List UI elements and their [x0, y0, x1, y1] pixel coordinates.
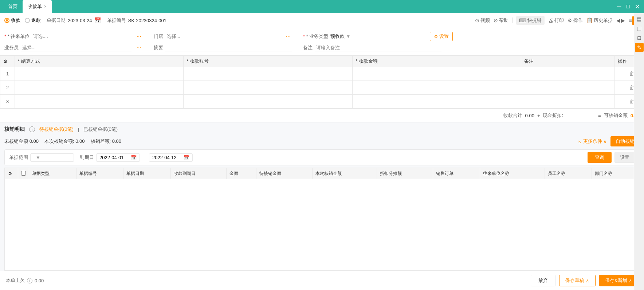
- rp-table-icon[interactable]: ▤: [635, 15, 644, 23]
- shop-more-btn[interactable]: ···: [284, 33, 292, 40]
- radio-refund[interactable]: 退款: [25, 17, 41, 24]
- draft-btn[interactable]: 保存草稿 ∧: [559, 275, 596, 286]
- row-amount-1[interactable]: [352, 67, 521, 81]
- window-close-icon[interactable]: ✕: [633, 3, 641, 11]
- row-delete-1[interactable]: 🗑: [629, 71, 634, 77]
- due-end-date[interactable]: 2022-04-12 📅: [149, 153, 193, 162]
- next-arrow[interactable]: ▶: [621, 17, 625, 23]
- abandon-btn[interactable]: 放弃: [531, 275, 555, 286]
- row-account-1[interactable]: [184, 67, 352, 81]
- writeoff-form: 单据范围 ▼ 到期日 2022-04-01 📅 — 2022-04-12 📅: [4, 149, 640, 165]
- window-maximize-icon[interactable]: □: [625, 3, 631, 11]
- unchecked-value: 0.00: [30, 138, 39, 144]
- row-account-3[interactable]: [184, 95, 352, 109]
- window-minimize-icon[interactable]: ─: [616, 3, 623, 11]
- wo-select-all[interactable]: [21, 171, 26, 176]
- row-amount-3[interactable]: [352, 95, 521, 109]
- due-label: 到期日: [80, 154, 94, 161]
- row-delete-3[interactable]: 🗑: [629, 98, 634, 105]
- pending-tab[interactable]: 待核销单据(0笔): [39, 126, 74, 133]
- radio-receipt[interactable]: 收款: [4, 17, 20, 24]
- row-num-1: 1: [0, 67, 15, 81]
- staff-input[interactable]: [21, 44, 131, 51]
- summary-input[interactable]: [165, 44, 292, 51]
- row-account-2[interactable]: [184, 81, 352, 95]
- table-area: ⚙ * 结算方式 * 收款账号 * 收款金额 备注 操作 1: [0, 55, 644, 109]
- draft-chevron-icon: ∧: [586, 278, 589, 283]
- tab-close-icon[interactable]: ×: [44, 4, 47, 9]
- rp-edit-icon[interactable]: ✎: [635, 43, 644, 52]
- staff-field: 业务员 ···: [4, 44, 143, 51]
- due-start-input[interactable]: 2022-04-01: [99, 155, 129, 160]
- writeoff-stats: 未核销金额 0.00 本次核销金额: 0.00 核销差额: 0.00 ⊾ 更多条…: [0, 135, 644, 149]
- diff-stat: 核销差额: 0.00: [91, 138, 122, 145]
- biz-type-select[interactable]: 预收款 ▼: [330, 33, 350, 40]
- row-remark-3[interactable]: [521, 95, 615, 109]
- receipt-refund-radio: 收款 退款: [4, 17, 41, 24]
- due-end-input[interactable]: 2022-04-12: [152, 155, 181, 160]
- remark-input[interactable]: [315, 44, 441, 51]
- writeoff-table-area: ⚙ 单据类型 单据编号 单据日期 收款到期日 金额 待核销金额 本次核销金额 折…: [4, 168, 640, 271]
- summary-row: 收款合计 0.00 + 现金折扣: = 可核销金额 0.00: [0, 109, 644, 122]
- shortcut-btn[interactable]: ⌨ 快捷键: [516, 16, 545, 25]
- order-info-icon[interactable]: i: [27, 278, 32, 283]
- docno-label: 单据编号: [107, 17, 126, 24]
- staff-more-btn[interactable]: ···: [135, 44, 143, 51]
- wo-no-th: 单据编号: [76, 168, 123, 179]
- tab-active[interactable]: 收款单 ×: [23, 0, 52, 13]
- due-start-date[interactable]: 2022-04-01 📅: [96, 153, 140, 162]
- operate-btn[interactable]: ⚙ 操作: [568, 17, 583, 24]
- tab-home[interactable]: 首页: [3, 0, 23, 13]
- rp-attach-icon[interactable]: ⊟: [635, 34, 644, 42]
- row-settle-2[interactable]: [15, 81, 184, 95]
- row-remark-2[interactable]: [521, 81, 615, 95]
- date-calendar-icon[interactable]: 📅: [94, 17, 101, 24]
- wo-gear-icon: ⚙: [8, 171, 12, 176]
- row-amount-2[interactable]: [352, 81, 521, 95]
- more-conditions-btn[interactable]: ⊾ 更多条件 ∧: [578, 138, 607, 145]
- wo-partner-th: 往来单位名称: [480, 168, 545, 179]
- writeoff-info-icon[interactable]: i: [29, 126, 35, 132]
- summary-label: 摘要: [154, 44, 163, 51]
- history-btn[interactable]: 📋 历史单据: [586, 17, 613, 24]
- biz-type-chevron: ▼: [346, 34, 350, 39]
- wo-gear-th[interactable]: ⚙: [5, 168, 18, 179]
- video-btn[interactable]: ⊙ 视频: [475, 17, 490, 24]
- counterpart-input[interactable]: [32, 33, 131, 40]
- discount-input[interactable]: [566, 112, 595, 119]
- query-btn[interactable]: 查询: [588, 152, 612, 163]
- row-settle-3[interactable]: [15, 95, 184, 109]
- save-new-chevron-icon: ∧: [629, 278, 632, 283]
- remark-field: 备注: [303, 44, 441, 51]
- prev-arrow[interactable]: ◀: [616, 17, 620, 23]
- help-btn[interactable]: ⊙ 帮助: [494, 17, 508, 24]
- wo-checkbox-th[interactable]: [18, 168, 29, 179]
- row-num-2: 2: [0, 81, 15, 95]
- done-tab[interactable]: 已核销单据(0笔): [83, 126, 118, 133]
- range-select[interactable]: ▼: [30, 153, 74, 162]
- calendar-icon[interactable]: 📅: [131, 155, 137, 160]
- table-gear-th[interactable]: ⚙: [0, 56, 15, 67]
- range-chevron-icon: ▼: [36, 155, 40, 160]
- row-settle-1[interactable]: [15, 67, 184, 81]
- this-stat: 本次核销金额: 0.00: [44, 138, 85, 145]
- date-field: 单据日期 2023-03-24 📅: [47, 17, 101, 24]
- list-view-icon[interactable]: ≡: [629, 17, 632, 24]
- counterpart-more-btn[interactable]: ···: [135, 33, 143, 40]
- equals-sign: =: [598, 113, 601, 118]
- diff-label: 核销差额:: [91, 138, 111, 144]
- row-delete-2[interactable]: 🗑: [629, 85, 634, 91]
- form-area: * 往来单位 ··· 门店 ··· * 业务类型 预收款 ▼ ⚙ 设置: [0, 28, 644, 55]
- operate-label: 操作: [573, 17, 583, 24]
- unchecked-label: 未核销金额: [4, 138, 28, 144]
- wo-setting-btn[interactable]: 设置: [614, 152, 635, 163]
- row-remark-1[interactable]: [521, 67, 615, 81]
- settle-th: * 结算方式: [15, 56, 184, 67]
- setting-button[interactable]: ⚙ 设置: [430, 32, 453, 41]
- shop-input[interactable]: [165, 33, 281, 40]
- rp-list-icon[interactable]: ◫: [635, 24, 644, 33]
- print-btn[interactable]: 🖨 打印: [548, 17, 564, 24]
- save-new-btn[interactable]: 保存&新增 ∧: [599, 275, 638, 286]
- radio-refund-label: 退款: [31, 17, 41, 24]
- calendar-icon2[interactable]: 📅: [184, 155, 189, 160]
